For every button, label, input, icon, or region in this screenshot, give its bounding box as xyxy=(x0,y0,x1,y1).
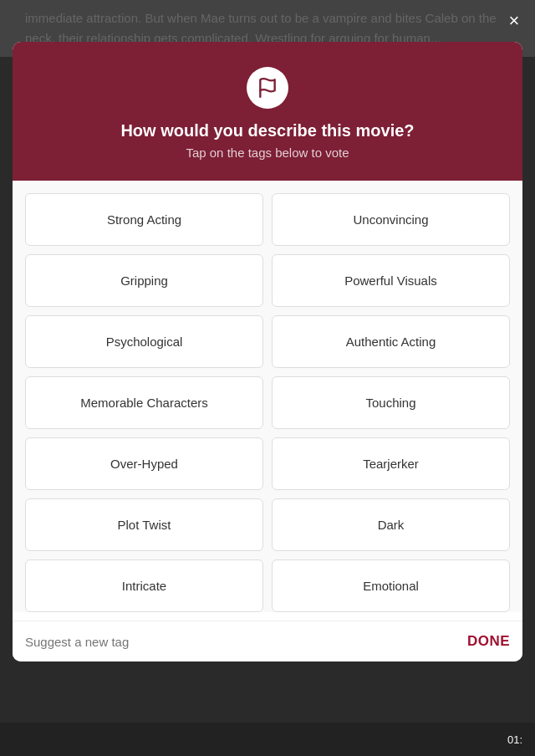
suggest-input[interactable] xyxy=(25,635,467,649)
flag-icon xyxy=(257,77,278,99)
suggest-row: DONE xyxy=(13,621,522,662)
modal-subtitle: Tap on the tags below to vote xyxy=(29,146,506,160)
tag-memorable-characters[interactable]: Memorable Characters xyxy=(25,376,263,429)
tag-over-hyped[interactable]: Over-Hyped xyxy=(25,437,263,490)
tags-grid: Strong ActingUnconvincingGrippingPowerfu… xyxy=(25,193,510,612)
tag-tearjerker[interactable]: Tearjerker xyxy=(272,437,510,490)
tag-gripping[interactable]: Gripping xyxy=(25,254,263,307)
bottom-bar: 01: xyxy=(0,723,535,756)
flag-icon-circle xyxy=(247,67,288,109)
bottom-info: 01: xyxy=(507,733,522,746)
done-button[interactable]: DONE xyxy=(467,633,510,650)
tag-plot-twist[interactable]: Plot Twist xyxy=(25,498,263,551)
modal-body: Strong ActingUnconvincingGrippingPowerfu… xyxy=(13,181,522,612)
tag-dark[interactable]: Dark xyxy=(272,498,510,551)
tag-emotional[interactable]: Emotional xyxy=(272,559,510,612)
tag-unconvincing[interactable]: Unconvincing xyxy=(272,193,510,246)
tag-psychological[interactable]: Psychological xyxy=(25,315,263,368)
tag-touching[interactable]: Touching xyxy=(272,376,510,429)
modal: How would you describe this movie? Tap o… xyxy=(13,42,522,662)
tag-powerful-visuals[interactable]: Powerful Visuals xyxy=(272,254,510,307)
modal-header: How would you describe this movie? Tap o… xyxy=(13,42,522,181)
close-button[interactable]: × xyxy=(502,8,527,33)
tag-authentic-acting[interactable]: Authentic Acting xyxy=(272,315,510,368)
tag-strong-acting[interactable]: Strong Acting xyxy=(25,193,263,246)
modal-title: How would you describe this movie? xyxy=(29,121,506,140)
tag-intricate[interactable]: Intricate xyxy=(25,559,263,612)
